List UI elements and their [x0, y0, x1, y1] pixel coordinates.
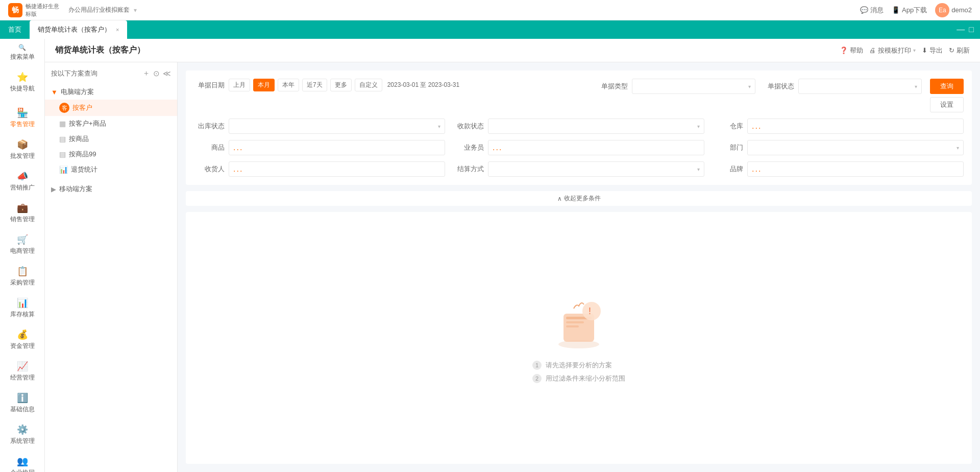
date-btn-7days[interactable]: 近7天 — [302, 79, 327, 91]
header-right: 💬 消息 📱 App下载 Ea demo2 — [860, 3, 972, 17]
empty-tip-1: 1 请先选择要分析的方案 — [532, 361, 625, 370]
department-label: 部门 — [713, 143, 743, 152]
payment-select[interactable]: ▾ — [488, 119, 704, 134]
date-btn-this-year[interactable]: 本年 — [278, 79, 299, 91]
tree-child-goods99[interactable]: ▤ 按商品99 — [45, 147, 177, 162]
date-btn-this-month[interactable]: 本月 — [253, 79, 275, 91]
department-arrow: ▾ — [957, 145, 959, 151]
department-select[interactable]: ▾ — [747, 140, 964, 155]
breadcrumb: 办公用品行业模拟账套 — [68, 6, 130, 14]
tab-close-button[interactable]: × — [116, 27, 119, 33]
purchase-icon: 📋 — [17, 266, 28, 277]
finance-icon: 💰 — [17, 329, 28, 340]
query-button[interactable]: 查询 — [930, 79, 964, 94]
sidebar-item-shortcut[interactable]: ⭐ 快捷导航 — [0, 66, 44, 98]
sidebar-item-basic[interactable]: ℹ️ 基础信息 — [0, 387, 44, 419]
settle-arrow: ▾ — [697, 167, 700, 172]
tab-active[interactable]: 销货单统计表（按客户） × — [30, 20, 127, 39]
goods99-icon: ▤ — [59, 150, 66, 158]
messages-button[interactable]: 💬 消息 — [860, 6, 884, 15]
date-range: 2023-03-01 至 2023-03-31 — [387, 81, 459, 89]
sidebar-item-purchase[interactable]: 📋 采购管理 — [0, 261, 44, 292]
settle-select[interactable]: ▾ — [488, 161, 704, 177]
sidebar-item-inventory[interactable]: 📊 库存核算 — [0, 292, 44, 324]
outbound-select[interactable]: ▾ — [229, 119, 445, 134]
sidebar-item-system[interactable]: ⚙️ 系统管理 — [0, 419, 44, 451]
add-scheme-button[interactable]: ＋ — [142, 68, 150, 78]
warehouse-select[interactable]: ... — [747, 119, 964, 134]
right-content: 单据日期 上月 本月 本年 近7天 更多 自定义 2023-03-01 至 20… — [178, 62, 980, 472]
ecommerce-icon: 🛒 — [17, 234, 28, 245]
order-status-label: 单据状态 — [764, 82, 794, 91]
date-btn-custom[interactable]: 自定义 — [355, 79, 382, 91]
tab-bar: 首页 销货单统计表（按客户） × — □ — [0, 20, 980, 39]
tree-child-customer-goods[interactable]: ▦ 按客户+商品 — [45, 116, 177, 131]
help-button[interactable]: ❓ 帮助 — [840, 46, 863, 55]
empty-state: ! 1 请先选择要分析的方案 2 用过滤条件来缩小分析范围 — [186, 212, 972, 464]
left-panel: 按以下方案查询 ＋ ⊙ ≪ ▼ 电脑端方案 客 按客户 — [45, 62, 178, 472]
sidebar-item-retail[interactable]: 🏪 零售管理 — [0, 102, 44, 134]
brand-select[interactable]: ... — [747, 161, 964, 177]
tab-bar-actions: — □ — [957, 25, 980, 34]
content-area: 销货单统计表（按客户） ❓ 帮助 🖨 按模板打印 ▾ ⬇ 导出 ↻ — [45, 39, 980, 472]
svg-rect-3 — [566, 321, 584, 323]
sidebar-search[interactable]: 🔍 搜索菜单 — [0, 39, 44, 66]
user-menu[interactable]: Ea demo2 — [935, 3, 972, 17]
tab-minimize-button[interactable]: — — [957, 25, 965, 34]
download-button[interactable]: 📱 App下载 — [892, 6, 927, 15]
outbound-label: 出库状态 — [194, 122, 225, 131]
print-button[interactable]: 🖨 按模板打印 ▾ — [869, 46, 916, 55]
sidebar-item-ecommerce[interactable]: 🛒 电商管理 — [0, 229, 44, 261]
order-type-select[interactable]: ▾ — [632, 79, 755, 94]
tab-home[interactable]: 首页 — [0, 20, 30, 39]
logo-icon: 畅 — [8, 3, 22, 17]
split-layout: 按以下方案查询 ＋ ⊙ ≪ ▼ 电脑端方案 客 按客户 — [45, 62, 980, 472]
order-status-select[interactable]: ▾ — [798, 79, 922, 94]
sidebar-item-collab[interactable]: 👥 企业协同 — [0, 451, 44, 472]
main-layout: 🔍 搜索菜单 ⭐ 快捷导航 🏪 零售管理 📦 批发管理 📣 营销推广 💼 销售管… — [0, 39, 980, 472]
sidebar-item-marketing[interactable]: 📣 营销推广 — [0, 166, 44, 197]
collapse-button[interactable]: ∧ 收起更多条件 — [186, 191, 972, 206]
tree-child-by-customer[interactable]: 客 按客户 — [45, 100, 177, 116]
tree-desktop-parent[interactable]: ▼ 电脑端方案 — [45, 84, 177, 100]
collapse-panel-button[interactable]: ≪ — [163, 69, 171, 78]
print-arrow: ▾ — [913, 48, 916, 53]
empty-tip-2: 2 用过滤条件来缩小分析范围 — [532, 374, 625, 383]
sidebar-item-sales[interactable]: 💼 销售管理 — [0, 197, 44, 229]
svg-text:!: ! — [589, 306, 591, 316]
logo-text: 畅捷通好生意 标版 — [26, 3, 59, 17]
export-button[interactable]: ⬇ 导出 — [922, 46, 943, 55]
filter-area: 单据日期 上月 本月 本年 近7天 更多 自定义 2023-03-01 至 20… — [186, 70, 972, 185]
receiver-select[interactable]: ... — [229, 161, 445, 177]
marketing-icon: 📣 — [17, 171, 28, 182]
by-goods-icon: ▤ — [59, 135, 66, 143]
date-btn-more[interactable]: 更多 — [330, 79, 352, 91]
left-panel-icons: ＋ ⊙ ≪ — [142, 68, 171, 78]
order-type-label: 单据类型 — [597, 82, 628, 91]
refresh-button[interactable]: ↻ 刷新 — [949, 46, 970, 55]
settle-label: 结算方式 — [453, 164, 484, 174]
svg-rect-4 — [566, 325, 579, 327]
settings-button[interactable]: 设置 — [930, 97, 964, 112]
refresh-scheme-button[interactable]: ⊙ — [153, 69, 160, 78]
print-icon: 🖨 — [869, 46, 876, 54]
goods-select[interactable]: ... — [229, 140, 445, 155]
shortcut-icon: ⭐ — [17, 72, 28, 83]
sidebar-item-finance[interactable]: 💰 资金管理 — [0, 324, 44, 356]
sidebar-item-management[interactable]: 📈 经营管理 — [0, 356, 44, 387]
date-btn-last-month[interactable]: 上月 — [229, 79, 250, 91]
sidebar: 🔍 搜索菜单 ⭐ 快捷导航 🏪 零售管理 📦 批发管理 📣 营销推广 💼 销售管… — [0, 39, 45, 472]
date-label: 单据日期 — [194, 81, 225, 90]
management-icon: 📈 — [17, 361, 28, 372]
tree-child-by-goods[interactable]: ▤ 按商品 — [45, 131, 177, 147]
tree-desktop-section: ▼ 电脑端方案 客 按客户 ▦ 按客户+商品 ▤ 按商品 — [45, 82, 177, 179]
tree-mobile-parent[interactable]: ▶ 移动端方案 — [45, 181, 177, 197]
brand-label: 品牌 — [713, 164, 743, 174]
wholesale-icon: 📦 — [17, 139, 28, 150]
salesman-select[interactable]: ... — [488, 140, 704, 155]
tip-num-2: 2 — [532, 374, 542, 383]
sidebar-item-wholesale[interactable]: 📦 批发管理 — [0, 134, 44, 166]
tree-child-returns[interactable]: 📊 退货统计 — [45, 162, 177, 177]
tab-maximize-button[interactable]: □ — [969, 25, 974, 34]
basic-icon: ℹ️ — [17, 392, 28, 404]
